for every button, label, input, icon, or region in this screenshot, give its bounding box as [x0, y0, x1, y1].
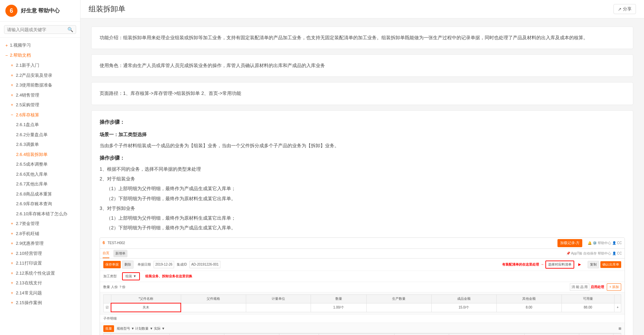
sim-lth-sub-name: *子件名称: [111, 334, 170, 335]
sim-enable-label: 消 能 品 用: [572, 285, 588, 289]
sidebar-item-cases[interactable]: + 2.15操作案例: [11, 298, 80, 308]
sim-date-value: 2019-12-26: [154, 261, 174, 268]
sidebar-item-help-docs-label: 2.帮助文档: [10, 52, 31, 58]
sim-td-parent-name[interactable]: 关木: [111, 303, 181, 312]
sim-right-icons: 📌 AppT验 自动保存 帮助中心 👤 CC: [566, 250, 622, 257]
sim-logo: 6: [103, 239, 105, 247]
sim-lth-create: 创建: [579, 334, 613, 335]
sidebar-item-data-prep[interactable]: + 2.3使用前数据准备: [11, 80, 80, 90]
sidebar-item-video[interactable]: + 1.视频学习: [0, 40, 80, 50]
sim-enable-input[interactable]: 消 能 品 用: [570, 283, 589, 291]
sidebar-item-newbie[interactable]: + 2.1新手入门: [11, 60, 80, 70]
sim-select-list-btn[interactable]: 选择对应料清单: [545, 261, 574, 269]
sidebar-item-mobile[interactable]: + 2.8手机旺铺: [11, 229, 80, 239]
sidebar-item-operation[interactable]: + 2.10经营管理: [11, 248, 80, 259]
sim-tabs-row: 自页 新增单 📌 AppT验 自动保存 帮助中心 👤 CC: [100, 249, 625, 259]
ops-card: 操作步骤： 场景一：加工类型选择 当由多个子件材料组装成一个成品的业务为【组装】…: [91, 110, 633, 335]
plus-icon-small: +: [11, 63, 13, 68]
sidebar-item-264[interactable]: 2.6.4组装拆卸单: [16, 150, 80, 160]
top-bar: 组装拆卸单 ↗ 分享: [80, 0, 644, 18]
sim-upper-thead-row: *父件名称 父件规格 计量单位 数量 生产数量 成品金额 其他金额 可用量: [104, 295, 621, 303]
step3-sub2: （2）下部明细为子件明细，最终作为产成品生成某它入库单。: [106, 224, 625, 232]
sim-enable-area: 消 能 品 用 启用处理: [570, 283, 604, 291]
sidebar-item-coupon[interactable]: + 2.9优惠券管理: [11, 238, 80, 248]
sidebar-item-faq[interactable]: + 2.14常见问题: [11, 288, 80, 298]
sim-th-action: [614, 295, 621, 303]
intro-card-3: 页面路径：1、库存核算->库存管理->组装拆卸单 2、首页->常用功能: [91, 82, 633, 105]
sidebar-item-262[interactable]: 2.6.2分量盘点单: [16, 130, 80, 140]
intro-text-1: 功能介绍：组装拆卸单用来处理企业组装或拆卸等加工业务，支持有固定装配清单的产品加…: [100, 34, 625, 42]
sidebar-item-purchase[interactable]: + 2.5采购管理: [11, 100, 80, 110]
logo-title: 好生意 帮助中心: [21, 7, 60, 14]
sim-td-row-action[interactable]: +: [614, 303, 621, 312]
sidebar-item-269[interactable]: 2.6.9库存账本查询: [16, 199, 80, 209]
sim-id-label: 集成ID: [177, 262, 187, 268]
sidebar-item-finance[interactable]: + 2.7资金管理: [11, 219, 80, 229]
sim-save-btn[interactable]: 保存单据: [103, 261, 121, 268]
sidebar-item-print[interactable]: + 2.11打印设置: [11, 258, 80, 268]
sim-lower-table-area: 批量 规格型号 ▼ 计划数量 ▼ 实际 ▼ ⊞ *子件名称 规格型号 计划数量: [100, 323, 625, 335]
sidebar-item-265[interactable]: 2.6.5成本调整单: [16, 159, 80, 169]
sim-browser-topbar: 6 TEST-H002 加载记录-方 🔔 ⚙️ 帮助中心 👤 CC: [100, 238, 625, 249]
sim-td-prod-qty: [366, 303, 431, 312]
sim-th-avail: 可用量: [561, 295, 614, 303]
sim-expand-btn[interactable]: ⊞: [619, 326, 621, 332]
scenario1-title: 场景一：加工类型选择: [100, 130, 625, 139]
step3-sub1: （1）上部明细为父件明细，最终作为原材料生成某它出库单；: [106, 214, 625, 222]
intro-text-2: 使用角色：通常由生产人员或库管人员完成拆装业务的操作，库管人员确认原材料的出库和…: [100, 61, 625, 70]
sidebar-item-267[interactable]: 2.6.7其他出库单: [16, 179, 80, 189]
sim-form-header: 保存单据 删除 单据日期 2019-12-26 集成ID AD-20191226…: [100, 259, 625, 271]
search-box: 🔍: [4, 25, 76, 34]
ops-steps-sub-title: 操作步骤：: [100, 153, 625, 162]
search-icon[interactable]: 🔍: [67, 27, 73, 32]
sidebar-item-help-docs[interactable]: − 2.帮助文档: [0, 50, 80, 60]
sidebar-item-payment[interactable]: + 2.13在线支付: [11, 278, 80, 288]
step2: 2、对于组装业务: [100, 175, 625, 183]
sim-th-checkbox: [104, 295, 111, 303]
sidebar-item-266[interactable]: 2.6.6其他入库单: [16, 169, 80, 179]
sim-tab-active[interactable]: 自页: [103, 249, 109, 258]
sim-lth-plan-unit: 计划数量单位: [319, 334, 394, 335]
sidebar-item-261[interactable]: 2.6.1盘点单: [16, 120, 80, 130]
share-icon: ↗: [618, 7, 622, 12]
sim-lower-info: 规格型号 ▼ 计划数量 ▼ 实际 ▼: [117, 326, 165, 332]
sim-tab-new-order[interactable]: 新增单: [113, 250, 127, 257]
sim-lower-thead-row: *子件名称 规格型号 计划数量 实际 计划数量单位 出库金额 其他出库金额 移库…: [104, 334, 621, 335]
annotation-text-2: ▶: [578, 262, 581, 268]
sim-type-select[interactable]: 组装 ▼: [122, 272, 140, 280]
sim-lth-other-out: 其他出库金额: [449, 334, 525, 335]
share-button[interactable]: ↗ 分享: [613, 4, 636, 14]
sim-screenshot: 6 TEST-H002 加载记录-方 🔔 ⚙️ 帮助中心 👤 CC 自页 新增单…: [100, 238, 625, 335]
sim-right-btns: 复制 确认出库单: [588, 261, 621, 268]
sidebar-item-install[interactable]: + 2.2产品安装及登录: [11, 70, 80, 80]
annotation-text-4: 启用处理: [591, 284, 604, 290]
sim-copy-btn[interactable]: 复制: [588, 261, 599, 268]
sim-lth-actual: 实际: [279, 334, 319, 335]
search-input[interactable]: [7, 27, 67, 32]
sim-batch-btn[interactable]: 批量: [103, 325, 114, 332]
sim-delete-btn[interactable]: 删除: [122, 261, 133, 269]
sidebar-item-inventory[interactable]: − 2.6库存核算: [11, 110, 80, 120]
step3: 3、对于拆卸业务: [100, 204, 625, 213]
intro-card-2: 使用角色：通常由生产人员或库管人员完成拆装业务的操作，库管人员确认原材料的出库和…: [91, 54, 633, 77]
intro-card-1: 功能介绍：组装拆卸单用来处理企业组装或拆卸等加工业务，支持有固定装配清单的产品加…: [91, 26, 633, 49]
sim-td-prod-amt: 15.0/个: [431, 303, 496, 312]
sim-lth-checkbox: [104, 334, 111, 335]
sidebar-item-custom[interactable]: + 2.12系统个性化设置: [11, 268, 80, 278]
sidebar-item-2610[interactable]: 2.6.10库存账本错了怎么办: [16, 209, 80, 219]
sidebar-item-sales[interactable]: + 2.4销售管理: [11, 90, 80, 100]
sim-confirm-btn[interactable]: 确认出库单: [600, 261, 621, 268]
step2-sub2: （2）下部明细为子件明细，最终作为原材料生成某它出库单。: [106, 194, 625, 203]
sidebar-item-268[interactable]: 2.6.8商品成本重算: [16, 189, 80, 199]
sim-th-prod-amt: 成品金额: [431, 295, 496, 303]
sidebar-item-video-label: 1.视频学习: [10, 42, 31, 48]
annotation-text-3: 组装业务、拆卸业务在这里切换: [145, 273, 192, 279]
sim-td-check: ☑: [104, 303, 111, 312]
sim-add-row-btn[interactable]: + 添加: [607, 283, 621, 291]
search-area: 🔍: [0, 22, 80, 38]
sim-lower-table: *子件名称 规格型号 计划数量 实际 计划数量单位 出库金额 其他出库金额 移库…: [103, 333, 621, 335]
sim-date-label: 单据日期: [138, 262, 151, 268]
plus-icon: +: [5, 43, 8, 48]
sim-nav-btn[interactable]: 加载记录-方: [557, 239, 583, 247]
sidebar-item-263[interactable]: 2.6.3调拨单: [16, 139, 80, 150]
